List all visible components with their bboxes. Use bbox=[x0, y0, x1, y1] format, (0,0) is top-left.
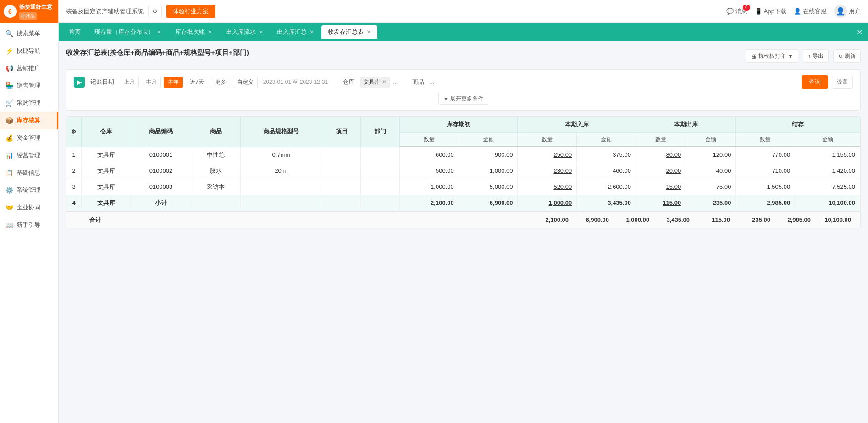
col-period-in: 本期入库 bbox=[518, 117, 636, 133]
user-button[interactable]: 👤 用户 bbox=[834, 5, 861, 18]
user-label: 用户 bbox=[849, 7, 861, 16]
sub-out-amt: 金额 bbox=[686, 133, 736, 147]
sidebar-item-label: 经营管理 bbox=[17, 151, 40, 159]
row3-out-qty[interactable]: 15.00 bbox=[636, 179, 686, 195]
row3-in-qty[interactable]: 520.00 bbox=[518, 179, 577, 195]
row2-out-qty[interactable]: 20.00 bbox=[636, 163, 686, 179]
sidebar-item-search[interactable]: 🔍 搜索菜单 bbox=[0, 25, 58, 42]
sidebar-item-purchase[interactable]: 🛒 采购管理 bbox=[0, 94, 58, 112]
table-footer: 合计 2,100.00 6,900.00 1,000.00 3,435.00 1… bbox=[66, 211, 860, 228]
subtotal-open-qty: 2,100.00 bbox=[399, 195, 459, 211]
sidebar-item-marketing[interactable]: 📢 营销推广 bbox=[0, 60, 58, 77]
warehouse-tag-close[interactable]: ✕ bbox=[382, 79, 387, 85]
close-all-tabs[interactable]: ✕ bbox=[855, 28, 864, 37]
row3-department bbox=[361, 179, 400, 195]
tab-in-out-flow-label: 出入库流水 bbox=[226, 28, 256, 36]
row1-in-qty[interactable]: 250.00 bbox=[518, 147, 577, 163]
online-service-button[interactable]: 👤 在线客服 bbox=[794, 7, 827, 16]
product-more[interactable]: ... bbox=[430, 79, 434, 85]
sidebar-item-finance[interactable]: 💰 资金管理 bbox=[0, 129, 58, 147]
sub-out-qty: 数量 bbox=[636, 133, 686, 147]
date-btn-custom[interactable]: 自定义 bbox=[233, 77, 258, 88]
row1-out-qty[interactable]: 80.00 bbox=[636, 147, 686, 163]
row2-out-amt: 40.00 bbox=[686, 163, 736, 179]
col-gear[interactable]: ⚙ bbox=[66, 117, 82, 147]
subtotal-warehouse: 文具库 bbox=[82, 195, 131, 211]
warehouse-more[interactable]: ... bbox=[393, 79, 398, 85]
col-product-name: 商品 bbox=[191, 117, 241, 147]
logo-text: 畅捷通好生意 标准版 bbox=[19, 3, 52, 20]
tab-recv-send-summary[interactable]: 收发存汇总表 ✕ bbox=[321, 25, 377, 39]
row2-in-amt: 460.00 bbox=[577, 163, 636, 179]
expand-conditions-button[interactable]: ▼ 展开更多条件 bbox=[438, 93, 489, 105]
row3-product-spec bbox=[240, 179, 322, 195]
col-balance: 结存 bbox=[736, 117, 860, 133]
row2-in-qty[interactable]: 230.00 bbox=[518, 163, 577, 179]
data-table: ⚙ 仓库 商品编码 商品 商品规格型号 项目 部门 库存期初 本期入库 本期出库… bbox=[66, 117, 860, 211]
app-download-label: App下载 bbox=[764, 7, 786, 16]
message-icon: 💬 bbox=[726, 8, 734, 15]
sidebar-item-inventory[interactable]: 📦 库存核算 bbox=[0, 112, 58, 129]
sidebar-item-enterprise[interactable]: 🤝 企业协同 bbox=[0, 199, 58, 216]
sidebar-item-label: 系统管理 bbox=[17, 186, 40, 194]
sidebar-item-label: 基础信息 bbox=[17, 169, 40, 177]
sidebar-item-beginner[interactable]: 📖 新手引导 bbox=[0, 216, 58, 234]
app-download-button[interactable]: 📱 App下载 bbox=[755, 7, 786, 16]
sidebar-item-operations[interactable]: 📊 经营管理 bbox=[0, 147, 58, 164]
tab-batch-ledger[interactable]: 库存批次账 ✕ bbox=[169, 25, 219, 39]
sub-in-amt: 金额 bbox=[577, 133, 636, 147]
row1-department bbox=[361, 147, 400, 163]
tab-in-out-summary-close[interactable]: ✕ bbox=[310, 29, 314, 35]
tab-recv-send-summary-close[interactable]: ✕ bbox=[366, 29, 371, 35]
row2-product-name: 胶水 bbox=[191, 163, 241, 179]
export-button[interactable]: ↑ 导出 bbox=[803, 49, 829, 63]
logo-title: 畅捷通好生意 bbox=[19, 3, 52, 11]
message-button[interactable]: 💬 消息 6 bbox=[726, 7, 747, 16]
trial-button[interactable]: 体验行业方案 bbox=[166, 5, 215, 18]
table-body: 1 文具库 0100001 中性笔 0.7mm 600.00 900.00 25… bbox=[66, 147, 860, 211]
print-button[interactable]: 🖨 拣模板打印 ▼ bbox=[746, 49, 798, 63]
row3-product-code: 0100003 bbox=[131, 179, 191, 195]
gear-button[interactable]: ⚙ bbox=[148, 5, 162, 17]
table-row: 3 文具库 0100003 采访本 1,000.00 5,000.00 520.… bbox=[66, 179, 860, 195]
chevron-down-icon: ▼ bbox=[788, 53, 793, 60]
tab-in-out-flow-close[interactable]: ✕ bbox=[259, 29, 263, 35]
subtotal-in-qty[interactable]: 1,000.00 bbox=[518, 195, 577, 211]
tab-bar: 首页 现存量（库存分布表） ✕ 库存批次账 ✕ 出入库流水 ✕ 出入库汇总 ✕ … bbox=[59, 23, 868, 41]
warehouse-tag-text: 文具库 bbox=[364, 78, 380, 86]
tab-batch-ledger-close[interactable]: ✕ bbox=[208, 29, 212, 35]
date-btn-more[interactable]: 更多 bbox=[211, 77, 230, 88]
date-range-text: 2023-01-01 至 2023-12-31 bbox=[263, 78, 328, 86]
row3-bal-amt: 7,525.00 bbox=[795, 179, 860, 195]
tab-in-out-summary[interactable]: 出入库汇总 ✕ bbox=[271, 25, 321, 39]
sidebar-item-basic[interactable]: 📋 基础信息 bbox=[0, 164, 58, 181]
sidebar-item-label: 销售管理 bbox=[17, 82, 40, 90]
tab-inventory-dist[interactable]: 现存量（库存分布表） ✕ bbox=[88, 25, 168, 39]
settings-button[interactable]: 设置 bbox=[832, 76, 853, 89]
subtotal-out-amt: 235.00 bbox=[686, 195, 736, 211]
row1-seq: 1 bbox=[66, 147, 82, 163]
row1-out-amt: 120.00 bbox=[686, 147, 736, 163]
subtotal-bal-amt: 10,100.00 bbox=[795, 195, 860, 211]
sidebar-item-sales[interactable]: 🏪 销售管理 bbox=[0, 77, 58, 94]
row3-open-qty: 1,000.00 bbox=[399, 179, 459, 195]
tab-home[interactable]: 首页 bbox=[62, 25, 87, 39]
sub-open-qty: 数量 bbox=[399, 133, 459, 147]
date-btn-prev-month[interactable]: 上月 bbox=[120, 77, 139, 88]
refresh-button[interactable]: ↻ 刷新 bbox=[833, 49, 861, 63]
tab-inventory-dist-close[interactable]: ✕ bbox=[157, 29, 161, 35]
sidebar-item-quick-nav[interactable]: ⚡ 快捷导航 bbox=[0, 42, 58, 60]
purchase-icon: 🛒 bbox=[6, 99, 13, 107]
tab-in-out-flow[interactable]: 出入库流水 ✕ bbox=[220, 25, 270, 39]
filter-section: ▶ 记账日期 上月 本月 本年 近7天 更多 自定义 2023-01-01 至 … bbox=[66, 69, 861, 111]
footer-in-qty: 1,000.00 bbox=[614, 216, 654, 223]
filter-collapse-button[interactable]: ▶ bbox=[74, 77, 85, 88]
query-button[interactable]: 查询 bbox=[802, 75, 828, 89]
date-btn-7days[interactable]: 近7天 bbox=[186, 77, 208, 88]
subtotal-out-qty[interactable]: 115.00 bbox=[636, 195, 686, 211]
date-btn-cur-month[interactable]: 本月 bbox=[142, 77, 161, 88]
row1-bal-amt: 1,155.00 bbox=[795, 147, 860, 163]
date-btn-cur-year[interactable]: 本年 bbox=[164, 77, 183, 88]
inventory-icon: 📦 bbox=[6, 117, 13, 124]
sidebar-item-system[interactable]: ⚙️ 系统管理 bbox=[0, 181, 58, 199]
